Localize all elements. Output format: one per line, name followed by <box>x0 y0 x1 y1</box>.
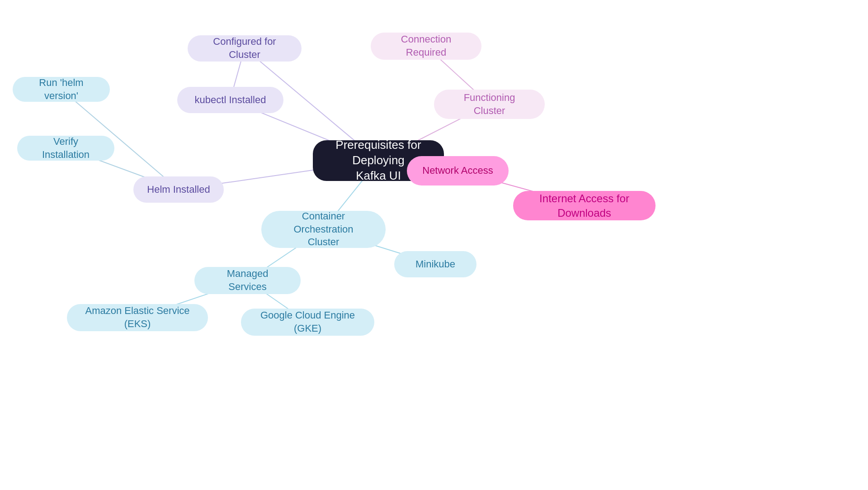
helm-installed-label: Helm Installed <box>147 183 210 196</box>
functioning-cluster-label: Functioning Cluster <box>447 91 532 117</box>
internet-access-label: Internet Access for Downloads <box>526 191 643 219</box>
connection-required-label: Connection Required <box>383 33 469 59</box>
network-access-node[interactable]: Network Access <box>407 156 509 186</box>
container-orchestration-node[interactable]: Container OrchestrationCluster <box>261 211 386 248</box>
google-gke-node[interactable]: Google Cloud Engine (GKE) <box>241 309 374 336</box>
configured-for-cluster-node[interactable]: Configured for Cluster <box>188 35 302 62</box>
run-helm-version-node[interactable]: Run 'helm version' <box>13 77 110 102</box>
amazon-eks-label: Amazon Elastic Service (EKS) <box>80 304 195 330</box>
amazon-eks-node[interactable]: Amazon Elastic Service (EKS) <box>67 304 208 331</box>
managed-services-node[interactable]: Managed Services <box>194 267 301 294</box>
minikube-node[interactable]: Minikube <box>394 251 476 277</box>
internet-access-node[interactable]: Internet Access for Downloads <box>513 191 656 220</box>
functioning-cluster-node[interactable]: Functioning Cluster <box>434 90 545 119</box>
kubectl-installed-node[interactable]: kubectl Installed <box>177 87 283 113</box>
helm-installed-node[interactable]: Helm Installed <box>133 176 224 203</box>
kubectl-installed-label: kubectl Installed <box>195 94 266 107</box>
network-access-label: Network Access <box>422 164 493 177</box>
container-orchestration-label: Container OrchestrationCluster <box>274 210 373 249</box>
verify-installation-node[interactable]: Verify Installation <box>17 136 114 161</box>
google-gke-label: Google Cloud Engine (GKE) <box>254 309 362 335</box>
connection-required-node[interactable]: Connection Required <box>371 33 481 60</box>
configured-for-cluster-label: Configured for Cluster <box>200 35 289 61</box>
run-helm-version-label: Run 'helm version' <box>25 76 97 102</box>
managed-services-label: Managed Services <box>207 267 288 293</box>
verify-installation-label: Verify Installation <box>30 135 102 161</box>
minikube-label: Minikube <box>415 258 455 271</box>
